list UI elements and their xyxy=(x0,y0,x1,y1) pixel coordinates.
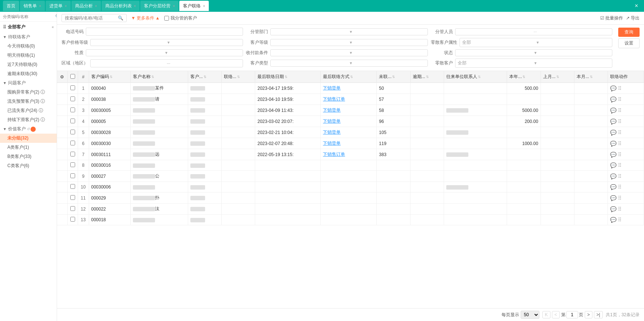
more-action-icon[interactable]: ⠿ xyxy=(618,152,622,158)
filter-nature-select[interactable]: ▼ xyxy=(86,49,243,56)
checkbox-column-header[interactable] xyxy=(67,71,78,83)
prev-page-button[interactable]: < xyxy=(552,311,560,318)
tab-purchase[interactable]: 进货单 × xyxy=(46,1,71,11)
more-action-icon[interactable]: ⠿ xyxy=(618,141,622,147)
page-number-input[interactable] xyxy=(566,311,578,318)
tab-home[interactable]: 首页 xyxy=(3,1,19,11)
row-checkbox[interactable] xyxy=(70,195,75,200)
more-action-icon[interactable]: ⠿ xyxy=(618,119,622,124)
page-size-select[interactable]: 50 100 200 xyxy=(521,311,539,319)
contact-action-icon[interactable]: 💬 xyxy=(610,162,616,168)
filter-payment-select[interactable]: ▼ xyxy=(270,49,427,56)
tab-customer-tier[interactable]: 客户分层经营 × xyxy=(140,1,179,11)
more-action-icon[interactable]: ⠿ xyxy=(618,107,622,113)
filter-region-select[interactable]: ··· xyxy=(90,59,243,67)
contact-action-icon[interactable]: 💬 xyxy=(610,195,616,201)
sidebar-group-problem[interactable]: ▼ 问题客户 xyxy=(0,78,57,88)
sidebar-search-input[interactable] xyxy=(3,14,54,19)
close-product-analysis-tab[interactable]: × xyxy=(95,4,97,8)
contact-action-icon[interactable]: 💬 xyxy=(610,152,616,158)
contact-action-icon[interactable]: 💬 xyxy=(610,184,616,190)
filter-price-level-select[interactable]: ▼ xyxy=(90,39,243,46)
row-checkbox-cell[interactable] xyxy=(67,182,78,193)
contact-method-link[interactable]: 下销货单 xyxy=(323,107,341,113)
main-search-input[interactable] xyxy=(65,15,116,21)
row-checkbox[interactable] xyxy=(70,173,75,178)
more-action-icon[interactable]: ⠿ xyxy=(618,96,622,102)
row-checkbox-cell[interactable] xyxy=(67,160,78,171)
row-checkbox[interactable] xyxy=(70,119,75,123)
close-customer-contact-tab[interactable]: × xyxy=(203,4,205,8)
last-page-button[interactable]: >| xyxy=(594,311,603,318)
contact-action-icon[interactable]: 💬 xyxy=(610,96,616,102)
more-filters-button[interactable]: ▼ 更多条件 ▲ xyxy=(131,15,160,21)
contact-method-link[interactable]: 下销货单 xyxy=(323,130,341,135)
contact-method-link[interactable]: 下销售订单 xyxy=(323,96,345,102)
all-customers-header[interactable]: ⠿ 全部客户 « xyxy=(0,22,57,32)
filter-person-select[interactable]: ··· xyxy=(455,28,612,35)
row-checkbox[interactable] xyxy=(70,217,75,222)
main-search-box[interactable]: 🔍 xyxy=(61,14,127,22)
row-checkbox-cell[interactable] xyxy=(67,94,78,105)
filter-dept-select[interactable]: ▼ xyxy=(270,28,427,35)
sidebar-group-pending[interactable]: ▼ 待联络客户 xyxy=(0,32,57,42)
filter-phone-input[interactable] xyxy=(86,28,243,36)
row-checkbox-cell[interactable] xyxy=(67,171,78,182)
contact-action-icon[interactable]: 💬 xyxy=(610,107,616,113)
sidebar-item-class-c[interactable]: C类客户(6) xyxy=(0,161,57,170)
my-customers-checkbox[interactable] xyxy=(164,16,169,21)
row-checkbox[interactable] xyxy=(70,96,75,101)
window-close-button[interactable]: × xyxy=(632,3,641,9)
more-action-icon[interactable]: ⠿ xyxy=(618,217,622,223)
sidebar-item-tomorrow[interactable]: 明天待联络(1) xyxy=(0,51,57,60)
row-checkbox-cell[interactable] xyxy=(67,215,78,225)
contact-method-link[interactable]: 下销货单 xyxy=(323,141,341,146)
close-purchase-tab[interactable]: × xyxy=(65,4,67,8)
row-checkbox-cell[interactable] xyxy=(67,127,78,138)
export-button[interactable]: ↗ 导出 xyxy=(626,15,640,21)
close-product-analysis-list-tab[interactable]: × xyxy=(134,4,136,8)
sidebar-item-abnormal[interactable]: 囤购异常客户(2) ⓘ xyxy=(0,88,57,97)
row-checkbox[interactable] xyxy=(70,206,75,211)
row-checkbox-cell[interactable] xyxy=(67,204,78,215)
contact-method-link[interactable]: 下销货单 xyxy=(323,119,341,124)
row-checkbox[interactable] xyxy=(70,130,75,134)
sidebar-item-class-b[interactable]: B类客户(33) xyxy=(0,152,57,161)
reset-button[interactable]: 设置 xyxy=(618,38,640,48)
more-action-icon[interactable]: ⠿ xyxy=(618,162,622,168)
sidebar-item-today[interactable]: 今天待联络(0) xyxy=(0,42,57,51)
sidebar-item-week[interactable]: 近7天待联络(0) xyxy=(0,60,57,69)
sidebar-group-value[interactable]: ▼ 价值客户 ↺ xyxy=(0,124,57,134)
more-action-icon[interactable]: ⠿ xyxy=(618,85,622,91)
query-button[interactable]: 查询 xyxy=(618,28,640,37)
row-checkbox[interactable] xyxy=(70,162,75,167)
more-action-icon[interactable]: ⠿ xyxy=(618,206,622,212)
contact-action-icon[interactable]: 💬 xyxy=(610,130,616,135)
more-action-icon[interactable]: ⠿ xyxy=(618,195,622,201)
contact-action-icon[interactable]: 💬 xyxy=(610,217,616,223)
row-checkbox[interactable] xyxy=(70,141,75,145)
filter-customer-level-select[interactable]: ▼ xyxy=(270,39,427,46)
sidebar-item-class-a[interactable]: A类客户(1) xyxy=(0,143,57,152)
tab-product-analysis[interactable]: 商品分析 × xyxy=(71,1,101,11)
contact-action-icon[interactable]: 💬 xyxy=(610,173,616,179)
close-customer-tier-tab[interactable]: × xyxy=(173,4,175,8)
filter-retail-attr-select[interactable]: 全部 ▼ xyxy=(460,38,612,47)
tab-customer-contact[interactable]: 客户联络 × xyxy=(179,1,209,11)
more-action-icon[interactable]: ⠿ xyxy=(618,130,622,135)
row-checkbox-cell[interactable] xyxy=(67,149,78,160)
filter-retail-select[interactable]: 全部 ▼ xyxy=(455,59,612,68)
first-page-button[interactable]: K xyxy=(542,311,550,318)
contact-method-link[interactable]: 下销售订单 xyxy=(323,152,345,157)
sidebar-item-declining[interactable]: 持续下滑客户(2) ⓘ xyxy=(0,115,57,124)
filter-customer-type-select[interactable]: ▼ xyxy=(270,60,427,67)
sidebar-search-box[interactable]: 🔍 xyxy=(0,12,57,22)
more-action-icon[interactable]: ⠿ xyxy=(618,184,622,190)
tab-sales[interactable]: 销售单 × xyxy=(20,1,45,11)
batch-ops-button[interactable]: ☑ 批量操作 xyxy=(600,15,623,21)
sidebar-item-churned[interactable]: 已流失客户(24) ⓘ xyxy=(0,106,57,115)
contact-action-icon[interactable]: 💬 xyxy=(610,206,616,212)
row-checkbox-cell[interactable] xyxy=(67,193,78,204)
settings-column-header[interactable]: ⚙ xyxy=(57,71,67,83)
filter-status-select[interactable]: ▼ xyxy=(455,49,612,56)
